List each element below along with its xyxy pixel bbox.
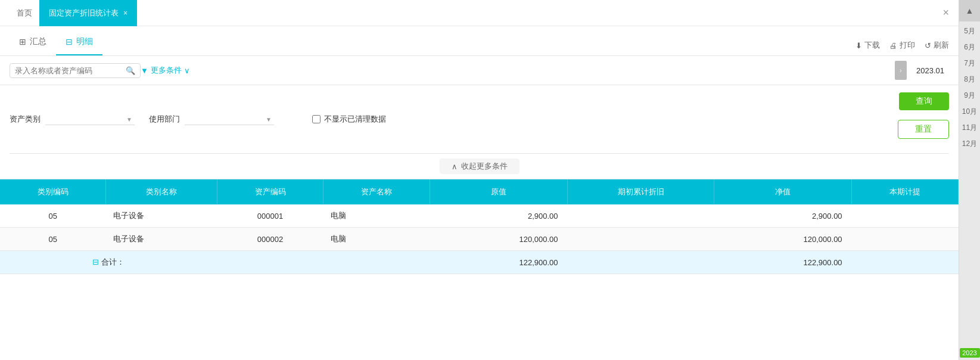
table-header-row: 类别编码 类别名称 资产编码 资产名称 原值 期初累计折旧 净值 本期计提 [0,179,959,204]
date-display: 2023.01 [911,66,949,75]
cell-category-code: 05 [0,204,106,228]
month-item[interactable]: 9月 [959,88,981,103]
filter-row: 资产类别 使用部门 不显示已清理数据 [10,92,949,153]
print-icon: 🖨 [889,41,897,50]
month-item[interactable]: 8月 [959,72,981,87]
asset-category-select-wrap [45,113,135,125]
th-category-name: 类别名称 [106,179,217,204]
refresh-btn[interactable]: ↺ 刷新 [925,40,949,51]
table-total-row: ⊟ 合计： 122,900.00 122,900.00 [0,251,959,274]
tab-summary[interactable]: ⊞ 汇总 [10,29,56,55]
table-row: 05 电子设备 000002 电脑 120,000.00 120,000.00 [0,228,959,251]
total-label-cell: ⊟ 合计： [0,251,217,274]
download-icon: ⬇ [855,41,862,50]
cell-category-name: 电子设备 [106,228,217,251]
filter-icon: ▼ [141,66,148,75]
cell-category-code: 05 [0,228,106,251]
cell-current-provision [852,204,959,228]
header-actions: ⬇ 下载 🖨 打印 ↺ 刷新 [855,40,949,55]
data-table: 类别编码 类别名称 资产编码 资产名称 原值 期初累计折旧 净值 本期计提 05… [0,179,959,274]
table-body: 05 电子设备 000001 电脑 2,900.00 2,900.00 05 电… [0,204,959,274]
department-select[interactable] [185,113,274,125]
refresh-label: 刷新 [934,40,949,51]
th-category-code: 类别编码 [0,179,106,204]
page-header: ⊞ 汇总 ⊟ 明细 ⬇ 下载 🖨 打印 ↺ 刷新 [0,26,959,56]
th-net-value: 净值 [714,179,852,204]
cell-original-value: 2,900.00 [430,204,568,228]
filter-chevron-icon: ∨ [184,66,190,75]
tab-summary-label: 汇总 [30,36,46,47]
tab-group: ⊞ 汇总 ⊟ 明细 [10,26,102,55]
month-item[interactable]: 6月 [959,40,981,55]
print-btn[interactable]: 🖨 打印 [889,40,915,51]
total-original-value: 122,900.00 [430,251,568,274]
top-nav: 首页 固定资产折旧统计表 × × [0,0,959,26]
window-close-btn[interactable]: × [942,7,949,19]
th-asset-name: 资产名称 [323,179,430,204]
detail-icon: ⊟ [66,37,73,46]
cell-asset-code: 000001 [217,204,323,228]
department-select-wrap [185,113,274,125]
query-btn[interactable]: 查询 [899,92,949,110]
collapse-more-btn[interactable]: ∧ 收起更多条件 [440,159,519,174]
reset-btn[interactable]: 重置 [898,120,949,139]
cell-accumulated-dep [568,228,714,251]
year-badge: 2023 [960,348,980,358]
filter-label: 更多条件 [151,65,182,76]
tab-detail-label: 明细 [76,36,93,47]
cell-original-value: 120,000.00 [430,228,568,251]
right-panel: ▲ 5月6月7月8月9月10月11月12月 2023 [959,0,980,360]
th-asset-code: 资产编码 [217,179,323,204]
search-input-wrap: 🔍 [10,63,141,78]
print-label: 打印 [900,40,915,51]
hide-cleared-label: 不显示已清理数据 [324,114,386,125]
cell-accumulated-dep [568,204,714,228]
cell-asset-name: 电脑 [323,204,430,228]
nav-tab-label: 固定资产折旧统计表 [49,8,119,18]
search-row: 🔍 ▼ 更多条件 ∨ › 2023.01 [0,56,959,85]
hide-cleared-wrap: 不显示已清理数据 [312,114,386,125]
right-panel-months: 5月6月7月8月9月10月11月12月 [959,21,981,154]
department-filter: 使用部门 [149,113,274,125]
cell-net-value: 120,000.00 [714,228,852,251]
chevron-up-icon: ∧ [452,162,458,171]
total-label: 合计： [101,257,125,266]
month-item[interactable]: 12月 [959,136,981,151]
refresh-icon: ↺ [925,41,931,50]
table-row: 05 电子设备 000001 电脑 2,900.00 2,900.00 [0,204,959,228]
arrow-up-icon: ▲ [966,6,974,15]
arrow-right-icon: › [900,67,901,74]
th-accumulated-dep: 期初累计折旧 [568,179,714,204]
search-icon[interactable]: 🔍 [126,66,135,75]
month-item[interactable]: 7月 [959,56,981,71]
collapse-more-label: 收起更多条件 [461,161,508,172]
department-label: 使用部门 [149,114,180,125]
cell-category-name: 电子设备 [106,204,217,228]
download-btn[interactable]: ⬇ 下载 [855,40,880,51]
th-original-value: 原值 [430,179,568,204]
total-empty-2 [323,251,430,274]
collapse-more: ∧ 收起更多条件 [10,153,949,179]
month-item[interactable]: 5月 [959,24,981,39]
total-icon: ⊟ [92,257,99,266]
month-item[interactable]: 10月 [959,104,981,119]
close-tab-btn[interactable]: × [123,9,127,17]
asset-category-select[interactable] [45,113,135,125]
total-current-provision [852,251,959,274]
cell-net-value: 2,900.00 [714,204,852,228]
collapse-right-btn[interactable]: › [895,61,907,80]
total-accumulated-dep [568,251,714,274]
table-wrap: 类别编码 类别名称 资产编码 资产名称 原值 期初累计折旧 净值 本期计提 05… [0,179,959,360]
nav-tab-fixed-assets[interactable]: 固定资产折旧统计表 × [39,0,137,26]
total-empty-1 [217,251,323,274]
hide-cleared-checkbox[interactable] [312,115,321,123]
tab-detail[interactable]: ⊟ 明细 [56,29,102,55]
filter-btn[interactable]: ▼ 更多条件 ∨ [141,65,190,76]
search-input[interactable] [15,66,122,75]
cell-asset-code: 000002 [217,228,323,251]
nav-home[interactable]: 首页 [10,8,39,18]
month-item[interactable]: 11月 [959,120,981,135]
download-label: 下载 [864,40,880,51]
right-panel-toggle[interactable]: ▲ [959,0,981,21]
btn-group-right: 查询 重置 [898,92,949,146]
